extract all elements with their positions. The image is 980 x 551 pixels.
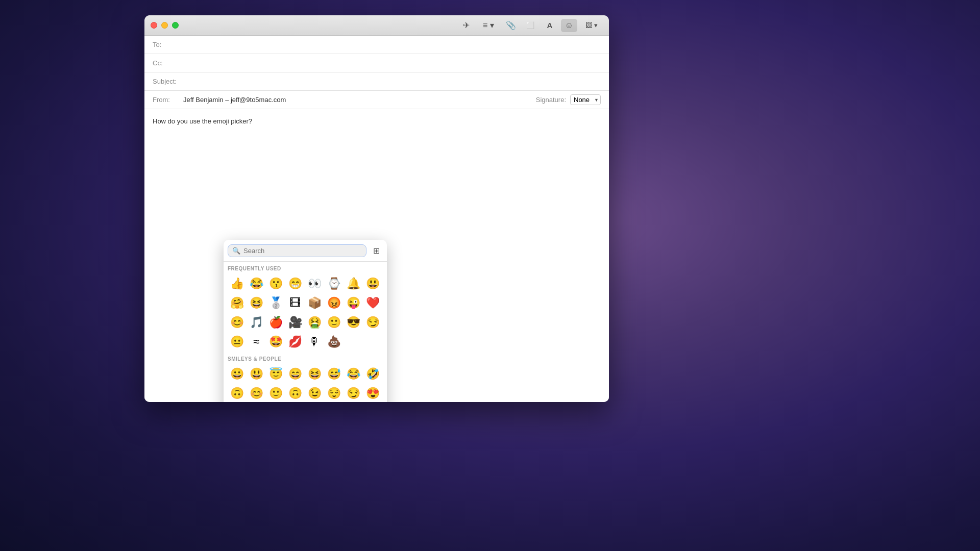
subject-field: Subject: (144, 72, 609, 91)
font-button[interactable]: A (542, 19, 558, 32)
emoji-cell[interactable]: 😂 (247, 274, 265, 293)
camera-button[interactable]: ⬜ (522, 19, 538, 32)
camera-icon: ⬜ (526, 21, 534, 29)
emoji-cell[interactable]: 😌 (325, 384, 343, 402)
emoji-cell[interactable]: 😗 (266, 274, 285, 293)
emoji-cell[interactable]: 😍 (363, 384, 382, 402)
from-value: Jeff Benjamin – jeff@9to5mac.com (183, 96, 536, 104)
emoji-cell[interactable]: 👍 (228, 274, 246, 293)
send-icon: ✈ (463, 20, 470, 30)
emoji-cell[interactable]: 😏 (344, 384, 362, 402)
window-buttons (151, 22, 179, 29)
font-icon: A (547, 21, 553, 30)
smileys-label: SMILEYS & PEOPLE (228, 356, 383, 362)
list-icon: ≡ ▾ (483, 20, 494, 30)
from-row: From: Jeff Benjamin – jeff@9to5mac.com S… (144, 91, 609, 109)
emoji-cell[interactable]: 🤣 (363, 365, 382, 383)
emoji-button[interactable]: ☺ (561, 19, 577, 32)
emoji-cell[interactable]: 😡 (325, 294, 343, 312)
emoji-cell[interactable]: 😎 (344, 313, 362, 332)
emoji-cell[interactable]: 🔔 (344, 274, 362, 293)
attach-button[interactable]: 📎 (503, 19, 519, 32)
emoji-cell[interactable]: 😂 (344, 365, 362, 383)
emoji-cell[interactable]: 🤮 (305, 313, 324, 332)
search-input[interactable] (243, 247, 362, 255)
body-area[interactable]: How do you use the emoji picker? 🔍 ⊞ (144, 109, 609, 402)
compose-area: To: Cc: Subject: From: Jeff Benjamin – j… (144, 36, 609, 402)
cc-field: Cc: (144, 54, 609, 72)
emoji-cell[interactable]: 🎞 (286, 294, 304, 312)
minimize-button[interactable] (161, 22, 168, 29)
emoji-cell[interactable]: 😆 (247, 294, 265, 312)
emoji-cell[interactable]: 😊 (228, 313, 246, 332)
to-label: To: (153, 41, 183, 48)
emoji-cell[interactable]: 🎵 (247, 313, 265, 332)
emoji-cell[interactable]: 🎥 (286, 313, 304, 332)
search-icon: 🔍 (232, 247, 240, 255)
emoji-cell[interactable]: 🍎 (266, 313, 285, 332)
smileys-grid: 😀 😃 😇 😄 😆 😅 😂 🤣 🙃 😊 🙂 🙃 😉 😌 (228, 365, 383, 402)
list-button[interactable]: ≡ ▾ (477, 19, 500, 32)
emoji-cell[interactable]: 🙃 (286, 384, 304, 402)
title-bar: ✈ ≡ ▾ 📎 ⬜ A ☺ 🖼 ▾ (144, 15, 609, 36)
emoji-cell[interactable]: ❤️ (363, 294, 382, 312)
paperclip-icon: 📎 (506, 20, 516, 30)
send-button[interactable]: ✈ (458, 19, 474, 32)
signature-label: Signature: (536, 96, 566, 104)
body-text: How do you use the emoji picker? (153, 117, 601, 125)
emoji-cell[interactable]: 😆 (305, 365, 324, 383)
emoji-cell[interactable]: 🥈 (266, 294, 285, 312)
emoji-cell[interactable]: 💩 (325, 333, 343, 351)
signature-select-wrapper: None (570, 94, 601, 105)
to-field: To: (144, 36, 609, 54)
frequently-used-label: FREQUENTLY USED (228, 266, 383, 271)
emoji-cell[interactable]: 🙃 (228, 384, 246, 402)
mail-window: ✈ ≡ ▾ 📎 ⬜ A ☺ 🖼 ▾ To: (144, 15, 609, 402)
emoji-cell[interactable]: ⌚ (325, 274, 343, 293)
emoji-cell[interactable]: 😐 (228, 333, 246, 351)
emoji-cell[interactable]: 💋 (286, 333, 304, 351)
grid-icon: ⊞ (373, 246, 380, 256)
grid-toggle-button[interactable]: ⊞ (370, 244, 383, 257)
emoji-cell[interactable]: ≈ (247, 333, 265, 351)
search-box: 🔍 (228, 244, 366, 257)
photo-button[interactable]: 🖼 ▾ (580, 19, 603, 32)
emoji-cell[interactable]: 🎙 (305, 333, 324, 351)
emoji-cell[interactable]: 🤩 (266, 333, 285, 351)
emoji-cell[interactable]: 😇 (266, 365, 285, 383)
toolbar-icons: ✈ ≡ ▾ 📎 ⬜ A ☺ 🖼 ▾ (458, 19, 603, 32)
photo-icon: 🖼 ▾ (585, 21, 598, 29)
emoji-cell[interactable]: 😃 (363, 274, 382, 293)
emoji-icon: ☺ (565, 21, 573, 30)
emoji-cell[interactable]: 👀 (305, 274, 324, 293)
signature-area: Signature: None (536, 94, 601, 105)
emoji-cell[interactable]: 😀 (228, 365, 246, 383)
close-button[interactable] (151, 22, 157, 29)
cc-label: Cc: (153, 59, 183, 67)
frequently-used-grid: 👍 😂 😗 😁 👀 ⌚ 🔔 😃 🤗 😆 🥈 🎞 📦 😡 (228, 274, 383, 351)
emoji-cell[interactable]: 🙂 (266, 384, 285, 402)
emoji-scroll-area[interactable]: FREQUENTLY USED 👍 😂 😗 😁 👀 ⌚ 🔔 😃 🤗 😆 🥈 (224, 262, 387, 402)
search-row: 🔍 ⊞ (224, 240, 387, 262)
subject-label: Subject: (153, 78, 183, 85)
emoji-cell[interactable]: 😃 (247, 365, 265, 383)
emoji-cell[interactable]: 😄 (286, 365, 304, 383)
emoji-cell[interactable]: 😊 (247, 384, 265, 402)
emoji-cell[interactable]: 😉 (305, 384, 324, 402)
emoji-cell[interactable]: 😅 (325, 365, 343, 383)
emoji-cell[interactable]: 🙂 (325, 313, 343, 332)
from-label: From: (153, 96, 183, 104)
emoji-cell[interactable]: 😁 (286, 274, 304, 293)
emoji-cell[interactable]: 🤗 (228, 294, 246, 312)
maximize-button[interactable] (172, 22, 179, 29)
emoji-cell[interactable]: 😜 (344, 294, 362, 312)
emoji-cell[interactable]: 😏 (363, 313, 382, 332)
emoji-picker: 🔍 ⊞ FREQUENTLY USED 👍 😂 😗 😁 (224, 240, 387, 402)
emoji-cell[interactable]: 📦 (305, 294, 324, 312)
signature-select[interactable]: None (570, 94, 601, 105)
